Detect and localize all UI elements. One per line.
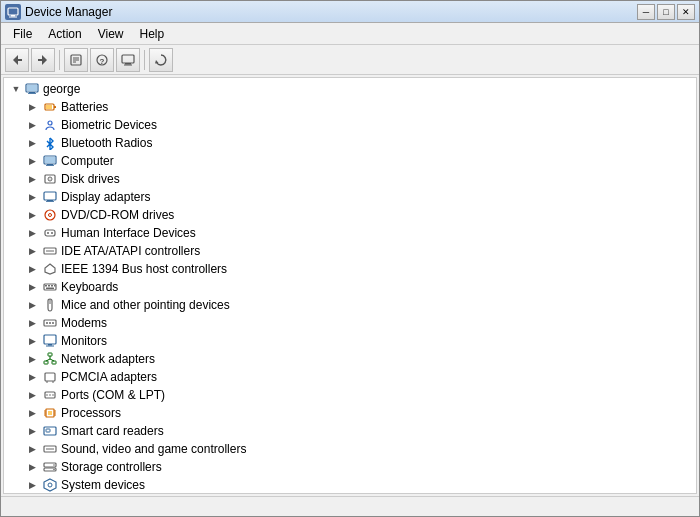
window-controls: ─ □ ✕ [637, 4, 695, 20]
tree-item[interactable]: ▶ IEEE 1394 Bus host controllers [4, 260, 696, 278]
device-icon-3 [42, 153, 58, 169]
expand-btn-2[interactable]: ▶ [24, 135, 40, 151]
tree-item[interactable]: ▶ Processors [4, 404, 696, 422]
expand-btn-11[interactable]: ▶ [24, 297, 40, 313]
tree-item[interactable]: ▶ PCMCIA adapters [4, 368, 696, 386]
device-manager-window: Device Manager ─ □ ✕ File Action View He… [0, 0, 700, 517]
device-icon-0 [42, 99, 58, 115]
expand-btn-14[interactable]: ▶ [24, 351, 40, 367]
expand-btn-17[interactable]: ▶ [24, 405, 40, 421]
expand-btn-13[interactable]: ▶ [24, 333, 40, 349]
expand-btn-8[interactable]: ▶ [24, 243, 40, 259]
tree-item[interactable]: ▶ Sound, video and game controllers [4, 440, 696, 458]
svg-point-83 [53, 464, 55, 466]
help-button[interactable]: ? [90, 48, 114, 72]
tree-item[interactable]: ▶ Monitors [4, 332, 696, 350]
forward-button[interactable] [31, 48, 55, 72]
svg-marker-16 [155, 60, 159, 64]
svg-rect-13 [122, 55, 134, 63]
expand-btn-3[interactable]: ▶ [24, 153, 40, 169]
expand-george[interactable]: ▼ [8, 81, 24, 97]
device-icon-10 [42, 279, 58, 295]
tree-item[interactable]: ▶ Computer [4, 152, 696, 170]
svg-rect-53 [44, 335, 56, 344]
tree-panel[interactable]: ▼ george ▶ Batteries ▶ Bi [3, 77, 697, 494]
svg-rect-0 [8, 8, 18, 15]
tree-item[interactable]: ▶ Smart card readers [4, 422, 696, 440]
tree-item[interactable]: ▶ Display adapters [4, 188, 696, 206]
expand-btn-9[interactable]: ▶ [24, 261, 40, 277]
tree-item[interactable]: ▶ Mice and other pointing devices [4, 296, 696, 314]
device-label-15: PCMCIA adapters [61, 370, 157, 384]
icon-computer [24, 81, 40, 97]
tree-item[interactable]: ▶ System devices [4, 476, 696, 494]
tree-item[interactable]: ▶ Ports (COM & LPT) [4, 386, 696, 404]
expand-btn-6[interactable]: ▶ [24, 207, 40, 223]
device-label-9: IEEE 1394 Bus host controllers [61, 262, 227, 276]
device-manager-button[interactable] [116, 48, 140, 72]
expand-btn-19[interactable]: ▶ [24, 441, 40, 457]
tree-root-george[interactable]: ▼ george [4, 80, 696, 98]
properties-button[interactable] [64, 48, 88, 72]
minimize-button[interactable]: ─ [637, 4, 655, 20]
menu-help[interactable]: Help [132, 25, 173, 43]
device-icon-16 [42, 387, 58, 403]
svg-rect-19 [28, 93, 36, 94]
device-label-12: Modems [61, 316, 107, 330]
svg-rect-42 [44, 284, 56, 290]
device-icon-8 [42, 243, 58, 259]
device-icon-17 [42, 405, 58, 421]
menu-view[interactable]: View [90, 25, 132, 43]
svg-point-84 [53, 469, 55, 471]
expand-btn-12[interactable]: ▶ [24, 315, 40, 331]
expand-btn-0[interactable]: ▶ [24, 99, 40, 115]
menu-action[interactable]: Action [40, 25, 89, 43]
tree-item[interactable]: ▶ DVD/CD-ROM drives [4, 206, 696, 224]
expand-btn-7[interactable]: ▶ [24, 225, 40, 241]
svg-rect-45 [51, 285, 53, 287]
svg-rect-47 [46, 288, 54, 290]
expand-btn-1[interactable]: ▶ [24, 117, 40, 133]
tree-item[interactable]: ▶ Storage controllers [4, 458, 696, 476]
expand-btn-16[interactable]: ▶ [24, 387, 40, 403]
tree-item[interactable]: ▶ Disk drives [4, 170, 696, 188]
expand-btn-18[interactable]: ▶ [24, 423, 40, 439]
device-label-2: Bluetooth Radios [61, 136, 152, 150]
tree-item[interactable]: ▶ Batteries [4, 98, 696, 116]
device-label-19: Sound, video and game controllers [61, 442, 246, 456]
tree-item[interactable]: ▶ Biometric Devices [4, 116, 696, 134]
svg-rect-58 [52, 361, 56, 364]
device-icon-13 [42, 333, 58, 349]
toolbar: ? [1, 45, 699, 75]
svg-point-31 [50, 179, 51, 180]
svg-rect-46 [54, 285, 56, 287]
expand-btn-15[interactable]: ▶ [24, 369, 40, 385]
tree-item[interactable]: ▶ Bluetooth Radios [4, 134, 696, 152]
svg-rect-37 [45, 230, 55, 236]
george-label: george [43, 82, 80, 96]
svg-point-36 [49, 214, 52, 217]
tree-item[interactable]: ▶ IDE ATA/ATAPI controllers [4, 242, 696, 260]
tree-item[interactable]: ▶ Keyboards [4, 278, 696, 296]
device-label-21: System devices [61, 478, 145, 492]
expand-btn-21[interactable]: ▶ [24, 477, 40, 493]
close-button[interactable]: ✕ [677, 4, 695, 20]
back-button[interactable] [5, 48, 29, 72]
expand-btn-20[interactable]: ▶ [24, 459, 40, 475]
maximize-button[interactable]: □ [657, 4, 675, 20]
svg-rect-26 [47, 164, 53, 165]
expand-btn-10[interactable]: ▶ [24, 279, 40, 295]
scan-button[interactable] [149, 48, 173, 72]
svg-point-68 [52, 394, 54, 396]
tree-item[interactable]: ▶ Network adapters [4, 350, 696, 368]
window-title: Device Manager [25, 5, 112, 19]
app-icon [5, 4, 21, 20]
expand-btn-5[interactable]: ▶ [24, 189, 40, 205]
expand-btn-4[interactable]: ▶ [24, 171, 40, 187]
tree-item[interactable]: ▶ Human Interface Devices [4, 224, 696, 242]
device-icon-2 [42, 135, 58, 151]
svg-point-38 [47, 232, 49, 234]
menu-file[interactable]: File [5, 25, 40, 43]
tree-item[interactable]: ▶ Modems [4, 314, 696, 332]
toolbar-separator-1 [59, 50, 60, 70]
